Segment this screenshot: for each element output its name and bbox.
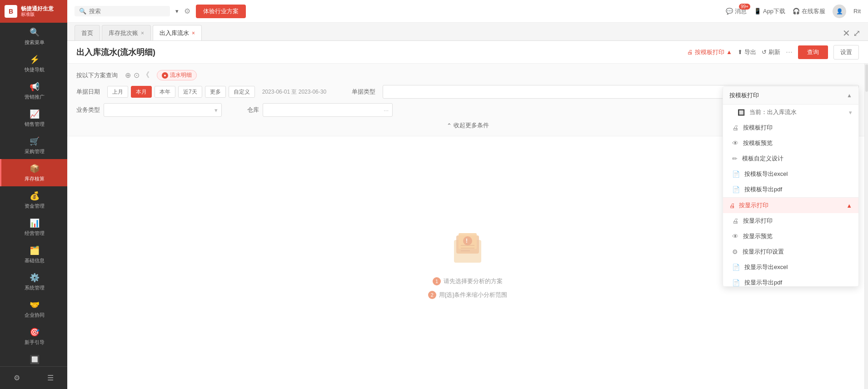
main-area: 🔍 ▾ ⚙ 体验行业方案 💬 消息 99+ 📱 App下载 🎧 在线客服 [67,0,868,389]
app-subtitle: 标准版 [21,12,54,17]
sidebar-item-operation[interactable]: 📊 经营管理 [0,214,67,241]
sidebar-nav: 🔍 搜索菜单 ⚡ 快捷导航 📢 营销推广 📈 销售管理 🛒 采购管理 📦 库存核… [0,23,67,366]
template-pdf-label: 按模板导出pdf [744,185,782,194]
header-search-box[interactable]: 🔍 [75,6,170,16]
query-btn[interactable]: 查询 [798,45,828,59]
page-title: 出入库流水(流水明细) [76,47,155,58]
tab-flow[interactable]: 出入库流水 × [153,25,202,40]
export-icon: ⬆ [738,49,743,55]
svg-point-3 [463,236,472,245]
sidebar-item-quicknav[interactable]: ⚡ 快捷导航 [0,50,67,77]
dropdown-display-print[interactable]: 🖨 按显示打印 [723,213,858,229]
tabs-expand-icon[interactable]: ⤢ [853,28,861,39]
sidebar-label-marketing: 营销推广 [25,94,45,100]
sidebar-item-search[interactable]: 🔍 搜索菜单 [0,23,67,50]
date-label: 单据日期 [76,88,100,96]
sidebar-item-inventory[interactable]: 📦 库存核算 [0,159,67,186]
app-icon: 📱 [754,8,761,15]
tag-label: 流水明细 [170,71,192,79]
collapse-filter-btn[interactable]: ⌃ 收起更多条件 [447,121,489,130]
dropdown-template-pdf[interactable]: 📄 按模板导出pdf [723,182,858,197]
date-prev-month-btn[interactable]: 上月 [107,86,128,98]
display-pdf-icon: 📄 [732,279,740,286]
template-preview-label: 按模板预览 [743,139,773,147]
dropdown-display-pdf[interactable]: 📄 按显示导出pdf [723,275,858,286]
marketing-icon: 📢 [30,82,40,92]
tab-batch-close-icon[interactable]: × [141,30,144,36]
sidebar-settings-btn[interactable]: ⚙ [14,374,20,382]
date-this-month-btn[interactable]: 本月 [131,86,152,98]
warehouse-input[interactable]: ··· [263,103,393,117]
sidebar-item-coop[interactable]: 🤝 企业协同 [0,295,67,323]
sidebar-item-marketing[interactable]: 📢 营销推广 [0,77,67,105]
sidebar-item-appstore[interactable]: 🔲 应用中心 [0,350,67,366]
dropdown-template-preview[interactable]: 👁 按模板预览 [723,135,858,151]
dropdown-display-preview[interactable]: 👁 按显示预览 [723,229,858,244]
business-type-select[interactable]: ▾ [104,103,222,117]
sidebar-item-sales[interactable]: 📈 销售管理 [0,105,67,132]
system-icon: ⚙️ [30,273,40,283]
dropdown-template-print[interactable]: 🖨 按模板打印 [723,120,858,135]
tab-batch[interactable]: 库存批次账 × [102,25,151,40]
sidebar-label-purchase: 采购管理 [25,148,45,155]
sidebar-item-basic[interactable]: 🗂️ 基础信息 [0,241,67,268]
dropdown-display-excel[interactable]: 📄 按显示导出excel [723,259,858,275]
print-btn[interactable]: 🖨 按模板打印 ▲ [687,48,732,56]
display-preview-icon: 👁 [732,233,738,240]
sidebar-label-basic: 基础信息 [25,257,45,264]
search-input[interactable] [89,8,165,15]
export-btn[interactable]: ⬆ 导出 [738,48,756,56]
scrollbar-thumb[interactable] [865,65,868,92]
refresh-btn[interactable]: ↺ 刷新 [762,48,780,56]
tag-icon: ● [162,72,168,79]
header-gear-icon[interactable]: ⚙ [184,7,190,15]
sidebar-item-system[interactable]: ⚙️ 系统管理 [0,268,67,295]
service-icon: 🎧 [793,8,800,15]
msg-btn[interactable]: 💬 消息 99+ [726,7,747,15]
tab-flow-close-icon[interactable]: × [192,30,195,36]
dropdown-template-excel[interactable]: 📄 按模板导出excel [723,166,858,182]
avatar[interactable]: 👤 [833,5,846,18]
tab-home[interactable]: 首页 [75,25,100,40]
customer-service-btn[interactable]: 🎧 在线客服 [793,7,825,15]
print-chevron-icon: ▲ [726,49,732,55]
date-recent7-btn[interactable]: 近7天 [178,86,202,98]
header-dropdown-arrow[interactable]: ▾ [175,8,179,15]
display-preview-label: 按显示预览 [743,232,773,240]
filter-config-btn[interactable]: ⊙ [134,71,140,80]
msg-badge: 99+ [739,4,750,10]
date-custom-btn[interactable]: 自定义 [229,86,255,98]
dropdown-template-custom[interactable]: ✏ 模板自定义设计 [723,151,858,166]
template-custom-icon: ✏ [732,155,738,162]
filter-add-btn[interactable]: ⊕ [125,71,131,80]
dropdown-display-section-header[interactable]: 🖨 按显示打印 ▲ [723,198,858,213]
username-label[interactable]: Rit [853,8,861,15]
sidebar-item-newbie[interactable]: 🎯 新手引导 [0,323,67,350]
trial-btn[interactable]: 体验行业方案 [196,5,246,18]
display-section-title: 按显示打印 [739,201,768,209]
more-actions-icon[interactable]: ··· [786,47,793,57]
filter-collapse-left-btn[interactable]: 《 [142,70,150,80]
dropdown-header: 按模板打印 ▲ [723,87,858,105]
filter-tag[interactable]: ● 流水明细 [157,70,197,80]
sidebar-item-purchase[interactable]: 🛒 采购管理 [0,132,67,159]
dropdown-collapse-icon[interactable]: ▲ [847,92,852,99]
current-item-chevron: ▾ [849,109,852,116]
date-more-btn[interactable]: 更多 [205,86,226,98]
empty-hint-1: 1 请先选择要分析的方案 [433,277,503,285]
sidebar-label-search: 搜索菜单 [25,39,45,46]
tabs-close-all-icon[interactable]: ✕ [843,28,850,39]
template-preview-icon: 👁 [732,140,738,147]
dropdown-display-settings[interactable]: ⚙ 按显示打印设置 [723,244,858,259]
collapse-label: 收起更多条件 [454,121,489,130]
date-this-year-btn[interactable]: 本年 [155,86,175,98]
sidebar-menu-btn[interactable]: ☰ [47,374,54,382]
sidebar-item-finance[interactable]: 💰 资金管理 [0,186,67,214]
filter-settings-btn[interactable]: 设置 [833,45,859,60]
template-excel-icon: 📄 [732,170,740,178]
dropdown-current-item[interactable]: 🔲 当前：出入库流水 ▾ [723,105,858,120]
template-print-label: 按模板打印 [743,124,773,132]
app-download-btn[interactable]: 📱 App下载 [754,7,785,15]
template-excel-label: 按模板导出excel [744,170,788,178]
sales-icon: 📈 [30,109,40,119]
